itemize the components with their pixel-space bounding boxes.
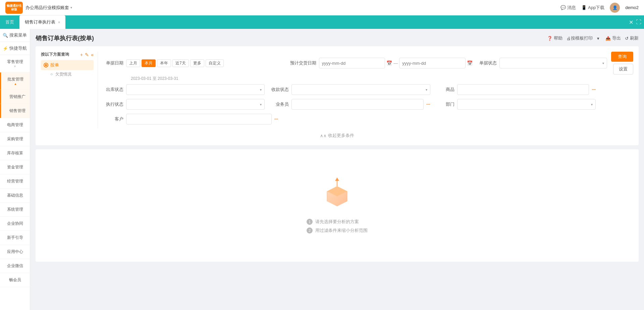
date-btn-last-month[interactable]: 上月 <box>126 59 140 67</box>
filter-group-dept: 部门 ▾ <box>434 99 596 110</box>
sidebar-item-system[interactable]: 系统管理 <box>0 203 30 217</box>
help-icon: ❓ <box>547 36 552 41</box>
user-name[interactable]: demo2 <box>625 5 639 10</box>
tab-home[interactable]: 首页 <box>0 15 19 29</box>
expected-date-start[interactable] <box>319 58 385 68</box>
scheme-item-shortage[interactable]: ○ 欠货情况 <box>41 70 94 79</box>
filter-main: 按以下方案查询 + ✎ « 按单 <box>41 52 633 128</box>
ship-status-select[interactable]: ▾ <box>126 84 265 95</box>
customer-input[interactable] <box>126 114 272 124</box>
salesperson-input[interactable] <box>291 99 424 110</box>
filter-row-2: 出库状态 ▾ 收款状态 ▾ <box>103 84 633 95</box>
sidebar-quick-nav-label: 快捷导航 <box>9 45 27 51</box>
empty-tip-1: 1 请先选择要分析的方案 <box>307 217 368 226</box>
logo: 畅捷通好生 标版 <box>5 2 23 14</box>
scheme-item-order[interactable]: 按单 <box>41 60 94 70</box>
sidebar-item-sales[interactable]: 销售管理 <box>0 104 30 118</box>
filter-group-exec-status: 执行状态 ▾ <box>103 99 265 110</box>
goods-input[interactable] <box>457 84 589 95</box>
calendar-end-icon[interactable]: 📅 <box>467 60 473 66</box>
date-btn-this-year[interactable]: 本年 <box>157 59 171 67</box>
sidebar-item-corp[interactable]: 企业协同 <box>0 217 30 231</box>
sidebar-item-newbie[interactable]: 新手引导 <box>0 231 30 245</box>
collapse-button[interactable]: ∧∧ 收起更多条件 <box>315 131 360 140</box>
tab-sales-order-label: 销售订单执行表 <box>25 19 55 25</box>
scheme-collapse-icon[interactable]: « <box>91 52 94 57</box>
date-btn-more[interactable]: 更多 <box>190 59 204 67</box>
query-actions: 查询 设置 <box>611 52 633 74</box>
sidebar-item-finance[interactable]: 资金管理 <box>0 160 30 174</box>
avatar-image: 👤 <box>612 5 618 10</box>
calendar-start-icon[interactable]: 📅 <box>386 60 392 66</box>
page-title: 销售订单执行表(按单) <box>36 34 94 42</box>
payment-status-select[interactable]: ▾ <box>291 84 430 95</box>
filter-row-3: 执行状态 ▾ 业务员 ··· <box>103 99 633 110</box>
sidebar-quick-nav[interactable]: ⚡ 快捷导航 <box>0 42 30 55</box>
sidebar-item-inventory[interactable]: 库存核算 <box>0 146 30 160</box>
app-selector[interactable]: 办公用品行业模拟账套 ▾ <box>25 5 72 11</box>
sidebar-item-label: 系统管理 <box>7 207 23 212</box>
sidebar-item-wechat[interactable]: 企业微信 <box>0 259 30 273</box>
scheme-header: 按以下方案查询 + ✎ « <box>41 52 94 57</box>
goods-label: 商品 <box>434 87 454 93</box>
dept-select[interactable]: ▾ <box>457 99 596 110</box>
salesperson-more-icon[interactable]: ··· <box>426 102 430 107</box>
sidebar-item-member[interactable]: 畅会员 <box>0 273 30 287</box>
scheme-add-icon[interactable]: + <box>80 52 83 57</box>
page-container: 销售订单执行表(按单) ❓ 帮助 🖨 按模板打印 ▾ 📤 导出 <box>30 29 644 267</box>
sidebar-item-basic[interactable]: 基础信息 <box>0 189 30 203</box>
message-button[interactable]: 💬 消息 <box>560 5 576 11</box>
close-window-icon[interactable]: ✕ <box>629 19 633 25</box>
customer-more-icon[interactable]: ··· <box>274 116 278 122</box>
date-label: 单据日期 <box>103 60 123 66</box>
date-btn-7days[interactable]: 近7天 <box>172 59 189 67</box>
date-btn-custom[interactable]: 自定义 <box>206 59 224 67</box>
sidebar-item-label: 零售管理 <box>7 59 23 65</box>
exec-status-select[interactable]: ▾ <box>126 99 265 110</box>
filter-group-doc-status: 单据状态 ▾ <box>477 58 607 68</box>
scheme-edit-icon[interactable]: ✎ <box>85 52 89 57</box>
scheme-icon: ○ <box>50 72 53 76</box>
print-button[interactable]: 🖨 按模板打印 ▾ <box>567 35 601 41</box>
sidebar-item-operations[interactable]: 经营管理 <box>0 174 30 189</box>
help-button[interactable]: ❓ 帮助 <box>547 35 562 41</box>
sidebar-item-label: 基础信息 <box>7 193 23 198</box>
empty-tips: 1 请先选择要分析的方案 2 用过滤条件来缩小分析范围 <box>307 217 368 235</box>
settings-button[interactable]: 设置 <box>613 64 633 74</box>
print-arrow-icon[interactable]: ▾ <box>595 36 601 41</box>
main-layout: 🔍 搜索菜单 ⚡ 快捷导航 零售管理 ▼ 批发管理 ▲ 营销推广 销售管理 电商… <box>0 29 644 310</box>
sidebar-item-purchase[interactable]: 采购管理 <box>0 132 30 146</box>
title-actions: ❓ 帮助 🖨 按模板打印 ▾ 📤 导出 ↺ 刷新 <box>547 35 639 41</box>
tab-sales-order[interactable]: 销售订单执行表 × <box>19 15 65 29</box>
chevron-down-icon: ▾ <box>602 61 604 65</box>
payment-status-label: 收款状态 <box>269 87 289 93</box>
expected-date-label: 预计交货日期 <box>290 60 316 66</box>
tip-2-num: 2 <box>307 227 313 234</box>
date-btn-this-month[interactable]: 本月 <box>142 59 156 67</box>
expand-window-icon[interactable]: ⛶ <box>636 19 641 25</box>
sidebar-item-ecommerce[interactable]: 电商管理 <box>0 118 30 132</box>
avatar[interactable]: 👤 <box>610 3 620 13</box>
logo-line2: 标版 <box>11 8 17 11</box>
empty-tip-2: 2 用过滤条件来缩小分析范围 <box>307 226 368 235</box>
chevron-down-icon: ▾ <box>260 88 262 92</box>
chevron-icon: ▲ <box>14 82 17 86</box>
sidebar-search-menu[interactable]: 🔍 搜索菜单 <box>0 29 30 42</box>
goods-more-icon[interactable]: ··· <box>592 87 596 92</box>
sidebar-item-marketing[interactable]: 营销推广 <box>0 90 30 104</box>
sidebar-item-appstore[interactable]: 应用中心 <box>0 245 30 259</box>
scheme-panel: 按以下方案查询 + ✎ « 按单 <box>41 52 98 128</box>
refresh-button[interactable]: ↺ 刷新 <box>625 35 639 41</box>
expected-date-end[interactable] <box>399 58 466 68</box>
sidebar-item-label: 批发管理 <box>7 76 23 82</box>
sidebar-item-wholesale[interactable]: 批发管理 ▲ <box>0 72 30 90</box>
query-button[interactable]: 查询 <box>611 52 633 62</box>
tab-close-icon[interactable]: × <box>58 20 60 24</box>
export-button[interactable]: 📤 导出 <box>605 35 621 41</box>
doc-status-select[interactable]: ▾ <box>499 58 607 68</box>
scheme-header-label: 按以下方案查询 <box>41 52 69 57</box>
sidebar-item-retail[interactable]: 零售管理 ▼ <box>0 55 30 72</box>
app-download-button[interactable]: 📱 App下载 <box>581 5 604 11</box>
filter-group-date: 单据日期 上月 本月 本年 近7天 更多 自定义 <box>103 59 286 67</box>
sidebar-item-label: 电商管理 <box>7 122 23 128</box>
